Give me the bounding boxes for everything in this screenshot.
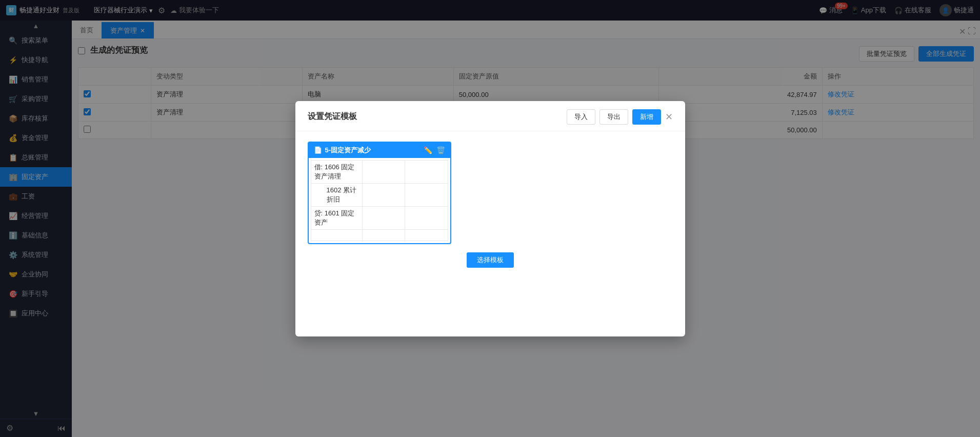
template-grid: 📄 5-固定资产减少 ✏️ 🗑️ 借: 1606 固定资产清理 [308,142,673,244]
template-entry-row: 借: 1606 固定资产清理 [311,160,448,183]
modal-toolbar: 导入 导出 新增 ✕ [567,109,673,125]
entry-credit [405,160,448,183]
template-empty-row [311,229,448,241]
new-btn[interactable]: 新增 [632,109,661,125]
entry-type: 1602 累计折旧 [311,183,362,206]
template-card-header: 📄 5-固定资产减少 ✏️ 🗑️ [309,143,450,158]
template-card-actions: ✏️ 🗑️ [424,146,445,154]
template-delete-icon[interactable]: 🗑️ [436,146,445,154]
modal-header: 设置凭证模板 导入 导出 新增 ✕ [295,101,685,131]
template-card-body: 借: 1606 固定资产清理 1602 累计折旧 [309,158,450,243]
modal-overlay: 设置凭证模板 导入 导出 新增 ✕ 📄 5-固定资产减少 ✏️ [0,0,980,437]
modal-close-btn[interactable]: ✕ [665,109,673,125]
template-doc-icon: 📄 [314,146,322,154]
template-inner-table: 借: 1606 固定资产清理 1602 累计折旧 [311,160,448,241]
import-btn[interactable]: 导入 [567,109,595,125]
template-entry-row: 贷: 1601 固定资产 [311,206,448,229]
entry-debit [362,183,405,206]
entry-credit [405,206,448,229]
entry-debit [362,160,405,183]
modal-body: 📄 5-固定资产减少 ✏️ 🗑️ 借: 1606 固定资产清理 [295,131,685,336]
select-template-btn[interactable]: 选择模板 [467,252,514,268]
select-template-section: 选择模板 [308,252,673,268]
modal-title: 设置凭证模板 [308,111,357,122]
entry-debit [362,206,405,229]
entry-credit [405,183,448,206]
export-btn[interactable]: 导出 [599,109,628,125]
template-card[interactable]: 📄 5-固定资产减少 ✏️ 🗑️ 借: 1606 固定资产清理 [308,142,451,244]
template-entry-row: 1602 累计折旧 [311,183,448,206]
modal-dialog: 设置凭证模板 导入 导出 新增 ✕ 📄 5-固定资产减少 ✏️ [295,101,685,336]
template-edit-icon[interactable]: ✏️ [424,146,432,154]
entry-type: 贷: 1601 固定资产 [311,206,362,229]
entry-type: 借: 1606 固定资产清理 [311,160,362,183]
template-name: 5-固定资产减少 [325,146,371,155]
